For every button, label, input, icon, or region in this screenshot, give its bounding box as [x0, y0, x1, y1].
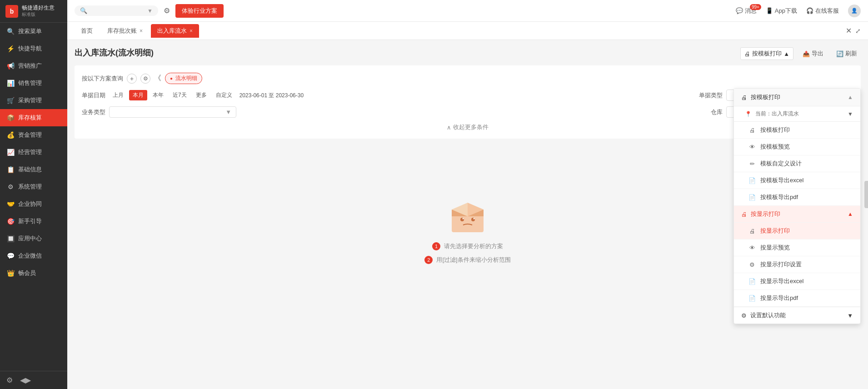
dropdown-item-display-print[interactable]: 🖨 按显示打印 [734, 223, 860, 239]
sidebar-item-sales[interactable]: 📊 销售管理 [0, 75, 67, 92]
display-pdf-label: 按显示导出pdf [760, 294, 798, 302]
date-tab-7days[interactable]: 近7天 [169, 90, 190, 100]
date-tab-more[interactable]: 更多 [192, 90, 210, 100]
main-area: 🔍 ▼ ⚙ 体验行业方案 💬 消息 99+ 📱 App下载 🎧 在线客服 👤 [67, 0, 868, 389]
refresh-icon: 🔄 [836, 50, 843, 57]
dropdown-item-display-excel[interactable]: 📄 按显示导出excel [734, 273, 860, 290]
sidebar-item-basic[interactable]: 📋 基础信息 [0, 161, 67, 178]
topbar-search-area[interactable]: 🔍 ▼ [75, 5, 158, 16]
date-field-label: 单据日期 [82, 91, 105, 100]
tab-inventory-flow[interactable]: 出入库流水 × [151, 24, 199, 38]
print-template-button[interactable]: 🖨 按模板打印 ▲ [740, 47, 793, 60]
sidebar-item-wechat[interactable]: 💬 企业微信 [0, 247, 67, 264]
tab-inventory-batch-close[interactable]: × [140, 28, 143, 34]
sidebar-item-label: 采购管理 [18, 96, 42, 105]
message-button[interactable]: 💬 消息 99+ [736, 7, 757, 15]
sidebar-item-label: 企业协同 [18, 200, 42, 208]
display-excel-label: 按显示导出excel [760, 277, 803, 285]
sidebar-item-marketing[interactable]: 📢 营销推广 [0, 57, 67, 75]
topbar-chevron-icon: ▼ [147, 8, 153, 14]
app-download-button[interactable]: 📱 App下载 [766, 7, 797, 15]
refresh-button[interactable]: 🔄 刷新 [833, 48, 861, 60]
collapse-label: 收起更多条件 [453, 123, 489, 131]
sidebar-item-purchase[interactable]: 🛒 采购管理 [0, 92, 67, 109]
online-service-label: 在线客服 [815, 7, 839, 15]
date-tab-custom[interactable]: 自定义 [212, 90, 236, 100]
sidebar-item-corp[interactable]: 🤝 企业协同 [0, 195, 67, 213]
business-type-select[interactable]: ▼ [109, 106, 236, 118]
date-tab-this-month[interactable]: 本月 [129, 90, 147, 100]
sidebar-item-search[interactable]: 🔍 搜索菜单 [0, 23, 67, 40]
right-edge-handle[interactable] [864, 181, 868, 208]
export-label: 导出 [812, 50, 823, 58]
date-tab-last-month[interactable]: 上月 [109, 90, 127, 100]
date-tab-this-year[interactable]: 本年 [149, 90, 167, 100]
template-print-icon: 🖨 [748, 126, 756, 134]
sidebar-item-label: 企业微信 [18, 252, 42, 260]
app-download-label: App下载 [775, 7, 797, 15]
expand-tabs-icon[interactable]: ⤢ [855, 27, 861, 35]
template-excel-icon: 📄 [748, 177, 756, 184]
user-avatar[interactable]: 👤 [848, 5, 861, 17]
sidebar-item-app-center[interactable]: 🔲 应用中心 [0, 230, 67, 247]
dropdown-sub-section-header[interactable]: 🖨 按显示打印 ▲ [734, 206, 860, 223]
dropdown-item-template-pdf[interactable]: 📄 按模板导出pdf [734, 189, 860, 206]
sidebar-bottom: ⚙ ◀▶ [0, 371, 67, 389]
display-print-icon: 🖨 [748, 227, 756, 234]
sidebar-item-inventory[interactable]: 📦 库存核算 [0, 109, 67, 126]
sidebar-item-label: 销售管理 [18, 79, 42, 87]
sidebar-item-label: 应用中心 [18, 234, 42, 243]
filter-chip-label: 流水明细 [175, 75, 197, 82]
app-name: 畅捷通好生意 [22, 5, 55, 12]
sidebar-item-quick-nav[interactable]: ⚡ 快捷导航 [0, 40, 67, 57]
display-print-settings-label: 按显示打印设置 [760, 260, 802, 269]
topbar-settings-icon[interactable]: ⚙ [164, 6, 170, 15]
print-icon: 🖨 [744, 50, 750, 57]
date-field: 单据日期 上月 本月 本年 近7天 更多 自定义 2023-06-01 至 20… [82, 90, 304, 100]
collapse-more-button[interactable]: ∧ 收起更多条件 [447, 123, 489, 131]
template-print-label: 按模板打印 [760, 126, 790, 134]
tab-inventory-batch[interactable]: 库存批次账 × [101, 24, 149, 38]
template-design-label: 模板自定义设计 [760, 160, 802, 168]
message-badge: 99+ [750, 4, 761, 10]
sidebar-item-system[interactable]: ⚙ 系统管理 [0, 178, 67, 195]
trial-button[interactable]: 体验行业方案 [175, 4, 224, 18]
dropdown-item-template-excel[interactable]: 📄 按模板导出excel [734, 172, 860, 189]
current-chevron-icon: ▼ [848, 111, 853, 117]
template-pdf-icon: 📄 [748, 194, 756, 201]
app-version: 标准版 [22, 11, 55, 18]
sidebar-item-finance[interactable]: 💰 资金管理 [0, 126, 67, 144]
warehouse-label: 仓库 [711, 108, 723, 116]
collapse-sidebar-icon[interactable]: ◀▶ [20, 376, 31, 384]
dropdown-header[interactable]: 🖨 按模板打印 ▲ [734, 89, 860, 106]
tab-home[interactable]: 首页 [75, 24, 99, 38]
purchase-icon: 🛒 [6, 96, 15, 105]
display-preview-icon: 👁 [748, 244, 756, 251]
topbar-search-input[interactable] [90, 7, 145, 14]
dropdown-item-display-preview[interactable]: 👁 按显示预览 [734, 239, 860, 256]
dropdown-item-display-print-settings[interactable]: ⚙ 按显示打印设置 [734, 256, 860, 273]
dropdown-header-text: 按模板打印 [751, 93, 780, 101]
sidebar-item-operations[interactable]: 📈 经营管理 [0, 144, 67, 161]
dropdown-footer[interactable]: ⚙ 设置默认功能 ▼ [734, 307, 860, 324]
close-all-tabs-icon[interactable]: ✕ [846, 26, 852, 35]
online-service-button[interactable]: 🎧 在线客服 [806, 7, 839, 15]
settings-gear-icon[interactable]: ⚙ [6, 376, 13, 384]
dropdown-item-display-pdf[interactable]: 📄 按显示导出pdf [734, 290, 860, 307]
filter-chip[interactable]: ● 流水明细 [165, 73, 202, 84]
sidebar-item-guide[interactable]: 🎯 新手引导 [0, 213, 67, 230]
filter-add-button[interactable]: + [127, 74, 137, 84]
tab-inventory-flow-close[interactable]: × [190, 28, 193, 34]
guide-icon: 🎯 [6, 217, 15, 225]
dropdown-item-template-design[interactable]: ✏ 模板自定义设计 [734, 155, 860, 172]
filter-settings-button[interactable]: ⚙ [140, 74, 150, 84]
business-type-chevron-icon: ▼ [225, 109, 231, 115]
filter-collapse-icon[interactable]: 《 [154, 74, 161, 83]
dropdown-item-template-print[interactable]: 🖨 按模板打印 [734, 122, 860, 139]
sidebar-item-member[interactable]: 👑 畅会员 [0, 264, 67, 282]
business-type-label: 业务类型 [82, 108, 105, 116]
business-type-field: 业务类型 ▼ [82, 106, 236, 118]
wechat-icon: 💬 [6, 252, 15, 260]
export-button[interactable]: 📤 导出 [799, 48, 827, 60]
dropdown-item-template-preview[interactable]: 👁 按模板预览 [734, 139, 860, 155]
